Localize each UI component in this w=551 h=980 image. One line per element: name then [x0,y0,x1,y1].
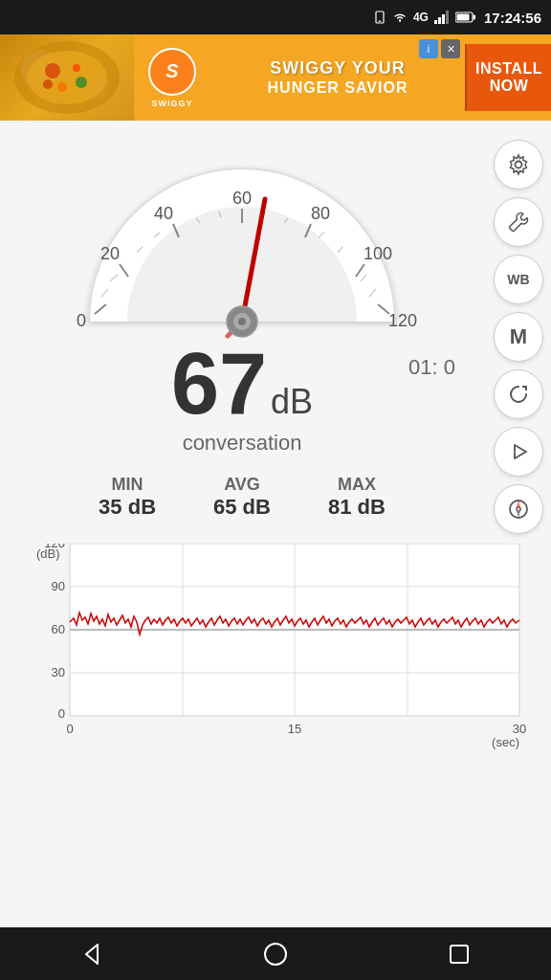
play-icon [508,441,529,462]
ad-logo: S SWIGGY [134,43,210,113]
svg-rect-8 [456,14,469,21]
ad-info-button[interactable]: i [419,39,438,58]
status-time: 17:24:56 [484,10,541,26]
svg-marker-76 [86,945,98,964]
svg-text:0: 0 [58,706,65,721]
svg-text:30: 30 [513,722,526,736]
svg-text:60: 60 [232,189,252,208]
gauge-container: 0 20 40 60 80 100 120 [60,140,424,350]
network-type-label: 4G [413,11,429,24]
ad-banner: S SWIGGY SWIGGY YOUR HUNGER SAVIOR i ✕ I… [0,34,551,121]
svg-marker-21 [517,510,520,518]
ad-tagline-2: HUNGER SAVIOR [268,79,408,97]
play-button[interactable] [494,427,543,477]
svg-point-11 [45,63,60,78]
reading-label: conversation [0,431,484,456]
chart-area: 120 90 60 30 0 (dB) 0 15 30 (sec) [0,534,551,980]
reading-display: 67 dB 01: 0 conversation [0,341,551,456]
gauge-svg: 0 20 40 60 80 100 120 [60,140,424,350]
ad-install-button[interactable]: INSTALLNOW [465,44,551,111]
svg-point-10 [27,51,107,104]
svg-rect-78 [451,946,468,963]
svg-point-13 [57,82,67,92]
ad-install-label: INSTALLNOW [475,60,542,94]
settings-button[interactable] [494,140,543,189]
recent-button[interactable] [430,935,488,973]
back-button[interactable] [63,935,121,973]
svg-point-53 [238,318,246,325]
stat-max: MAX 81 dB [328,475,386,520]
svg-text:60: 60 [52,622,65,636]
stat-avg: AVG 65 dB [213,475,271,520]
gauge-area: 0 20 40 60 80 100 120 [0,121,551,350]
svg-text:(dB): (dB) [36,546,60,561]
app-content: WB M [0,121,551,980]
ad-food-image [0,34,134,121]
svg-marker-20 [517,501,520,508]
ad-main-text: SWIGGY YOUR HUNGER SAVIOR [210,58,465,97]
stat-max-label: MAX [328,475,386,495]
battery-icon [455,11,476,23]
svg-rect-2 [434,20,437,24]
svg-text:100: 100 [364,244,392,263]
svg-rect-7 [473,15,475,20]
main-reading: 67 dB [0,341,484,427]
chart-svg: 120 90 60 30 0 (dB) 0 15 30 (sec) [29,544,541,754]
svg-text:120: 120 [388,311,417,330]
ad-close-button[interactable]: ✕ [441,39,460,58]
svg-text:0: 0 [66,722,73,736]
svg-text:0: 0 [77,311,86,330]
stat-avg-label: AVG [213,475,271,495]
svg-rect-1 [378,21,381,22]
svg-point-12 [76,77,87,88]
stat-min-label: MIN [99,475,156,495]
ad-brand-name: SWIGGY [151,99,192,108]
stats-area: MIN 35 dB AVG 65 dB MAX 81 dB [0,475,551,520]
stat-min: MIN 35 dB [99,475,156,520]
svg-text:30: 30 [52,665,65,679]
compass-button[interactable] [494,484,543,534]
home-button[interactable] [247,935,304,973]
svg-text:80: 80 [311,204,330,223]
ad-tagline-1: SWIGGY YOUR [270,58,405,79]
svg-text:15: 15 [288,722,301,736]
compass-icon [507,498,530,521]
stat-avg-value: 65 dB [213,495,271,520]
stat-min-value: 35 dB [99,495,156,520]
signal-icon [434,11,450,24]
svg-point-15 [43,79,53,89]
svg-rect-5 [446,11,449,24]
wifi-icon [392,11,408,23]
status-bar: 4G 17:24:56 [0,0,551,34]
wb-button[interactable]: WB [494,255,543,304]
wrench-button[interactable] [494,197,543,247]
stat-max-value: 81 dB [328,495,386,520]
recent-icon [448,943,471,966]
gear-icon [507,153,530,176]
svg-text:90: 90 [52,579,65,593]
bottom-nav [0,927,551,980]
reading-unit: dB [271,382,313,422]
svg-text:40: 40 [154,204,173,223]
phone-icon [373,11,386,24]
reading-time: 01: 0 [408,355,455,380]
m-button[interactable]: M [494,312,543,362]
home-icon [262,941,289,968]
svg-rect-3 [438,17,441,24]
reading-value: 67 [171,341,267,427]
right-buttons: WB M [494,140,543,534]
svg-point-16 [516,162,522,168]
reset-button[interactable] [494,369,543,419]
svg-text:20: 20 [100,244,120,263]
svg-point-14 [73,64,80,72]
svg-text:(sec): (sec) [492,735,519,749]
reset-icon [507,383,530,406]
back-icon [78,941,105,968]
wrench-icon [507,211,530,234]
svg-rect-4 [442,14,445,24]
svg-marker-17 [515,445,526,458]
status-icons: 4G [373,11,476,24]
svg-point-77 [265,944,286,965]
